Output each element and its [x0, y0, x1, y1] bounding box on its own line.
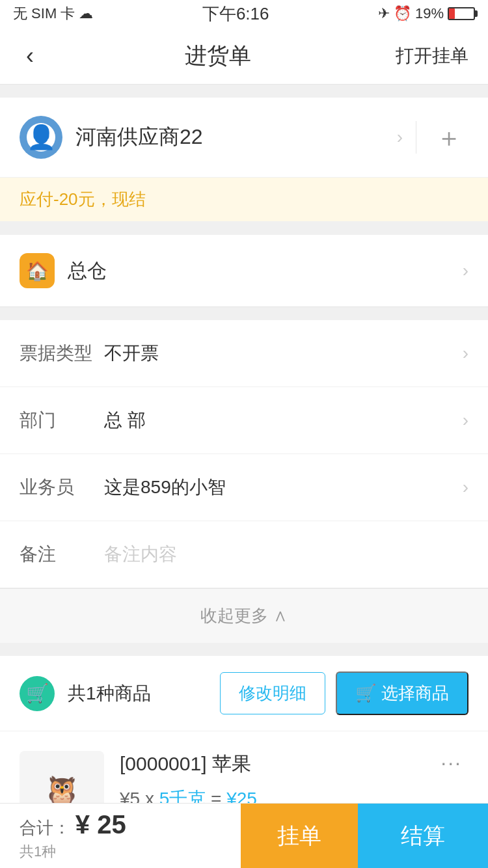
more-button[interactable]: ···	[434, 751, 468, 775]
product-title: 苹果	[212, 753, 251, 774]
warehouse-icon-bg: 🏠	[20, 253, 55, 288]
open-pending-button[interactable]: 打开挂单	[396, 44, 468, 68]
status-time: 下午6:16	[202, 3, 269, 25]
remark-input[interactable]: 备注内容	[104, 542, 468, 567]
hang-order-button[interactable]: 挂单	[241, 804, 358, 869]
form-section: 票据类型 不开票 › 部门 总 部 › 业务员 这是859的小智 › 备注 备注…	[0, 320, 488, 643]
checkout-button[interactable]: 结算	[358, 804, 488, 869]
warehouse-section: 🏠 总仓 ›	[0, 235, 488, 307]
department-row[interactable]: 部门 总 部 ›	[0, 387, 488, 454]
product-count-label: 共1种商品	[68, 681, 220, 706]
collapse-bar[interactable]: 收起更多 ∧	[0, 588, 488, 643]
status-right: ✈ ⏰ 19%	[378, 5, 475, 22]
supplier-avatar: 👤	[20, 116, 62, 159]
remark-row[interactable]: 备注 备注内容	[0, 521, 488, 588]
nav-bar: ‹ 进货单 打开挂单	[0, 27, 488, 85]
cart-icon: 🛒	[26, 683, 49, 704]
total-section: 合计： ¥ 25 共1种	[0, 810, 241, 861]
remark-label: 备注	[20, 542, 104, 567]
supplier-chevron-icon: ›	[397, 127, 403, 148]
warehouse-row[interactable]: 🏠 总仓 ›	[0, 235, 488, 307]
total-label: 合计：	[20, 818, 70, 837]
department-value: 总 部	[104, 408, 456, 433]
page-title: 进货单	[185, 41, 251, 71]
total-row: 合计： ¥ 25	[20, 810, 221, 839]
avatar-inner: 👤	[27, 123, 55, 152]
top-divider	[0, 85, 488, 98]
warehouse-chevron-icon: ›	[463, 260, 468, 281]
battery-icon	[448, 7, 475, 20]
warehouse-name: 总仓	[68, 258, 456, 284]
product-header: 🛒 共1种商品 修改明细 🛒 选择商品	[0, 656, 488, 731]
location-icon: ✈	[378, 5, 390, 22]
supplier-row[interactable]: 👤 河南供应商22 › ＋	[0, 98, 488, 178]
product-name: [0000001] 苹果	[120, 751, 418, 778]
supplier-name: 河南供应商22	[75, 123, 390, 152]
invoice-type-chevron-icon: ›	[463, 343, 468, 364]
bottom-bar: 合计： ¥ 25 共1种 挂单 结算	[0, 803, 488, 868]
select-product-label: 选择商品	[381, 682, 449, 705]
edit-detail-button[interactable]: 修改明细	[220, 672, 325, 714]
salesperson-row[interactable]: 业务员 这是859的小智 ›	[0, 454, 488, 521]
back-button[interactable]: ‹	[20, 36, 40, 76]
status-bar: 无 SIM 卡 ☁ 下午6:16 ✈ ⏰ 19%	[0, 0, 488, 27]
notice-bar: 应付-20元，现结	[0, 178, 488, 222]
department-chevron-icon: ›	[463, 410, 468, 431]
supplier-card: 👤 河南供应商22 › ＋ 应付-20元，现结	[0, 98, 488, 222]
home-icon: 🏠	[26, 260, 49, 282]
total-count: 共1种	[20, 842, 221, 861]
invoice-type-label: 票据类型	[20, 341, 104, 366]
salesperson-chevron-icon: ›	[463, 477, 468, 498]
add-supplier-button[interactable]: ＋	[429, 120, 468, 156]
salesperson-label: 业务员	[20, 475, 104, 500]
invoice-type-value: 不开票	[104, 341, 456, 366]
product-code: [0000001]	[120, 753, 206, 774]
total-amount: ¥ 25	[75, 810, 126, 839]
battery-percent: 19%	[415, 5, 444, 22]
select-product-button[interactable]: 🛒 选择商品	[336, 671, 468, 715]
alarm-icon: ⏰	[394, 5, 411, 22]
select-product-icon: 🛒	[355, 683, 376, 703]
product-icon-bg: 🛒	[20, 676, 55, 711]
salesperson-value: 这是859的小智	[104, 475, 456, 500]
department-label: 部门	[20, 408, 104, 433]
person-icon: 👤	[27, 124, 56, 151]
battery-fill	[449, 8, 455, 19]
sim-status: 无 SIM 卡 ☁	[13, 4, 93, 23]
invoice-type-row[interactable]: 票据类型 不开票 ›	[0, 320, 488, 387]
vertical-divider	[416, 121, 416, 154]
status-left: 无 SIM 卡 ☁	[13, 4, 93, 23]
